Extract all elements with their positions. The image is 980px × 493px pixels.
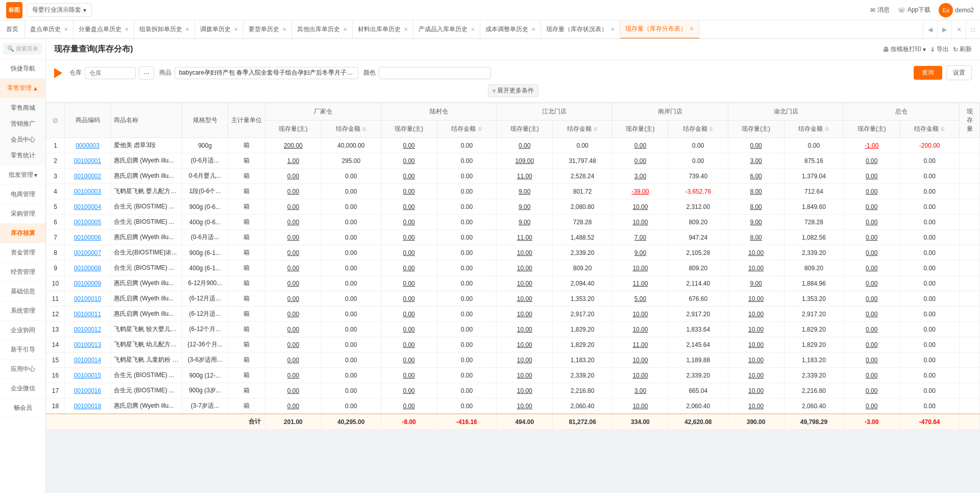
table-row: 18 00100018 惠氏启腾 (Wyeth illu... (3-7岁适..… [46, 398, 980, 414]
tab-disk-single[interactable]: 盘点单历史 ✕ [25, 20, 74, 39]
tab-close-icon[interactable]: ✕ [125, 27, 129, 32]
cell-unit: 箱 [228, 398, 265, 414]
tab-close-icon[interactable]: ✕ [185, 27, 189, 32]
expand-toggle-btn[interactable]: ▿ 展开更多条件 [488, 84, 538, 97]
sidebar-item-system[interactable]: 系统管理 [0, 301, 45, 321]
refresh-btn[interactable]: ↻ 刷新 [953, 45, 972, 54]
summary-yb-qty: 390.00 [728, 414, 784, 430]
cell-na-amt: 809.20 [668, 215, 728, 230]
tab-disk-multi[interactable]: 分量盘点单历史 ✕ [74, 20, 134, 39]
tab-material-out[interactable]: 材料出库单历史 ✕ [353, 20, 413, 39]
sidebar-item-purchase[interactable]: 采购管理 [0, 204, 45, 224]
sidebar-search[interactable]: 🔍 搜索英单 [0, 39, 45, 59]
sidebar-item-retail[interactable]: 零售管理 ▲ [0, 79, 45, 98]
sidebar-item-corp[interactable]: 企业协同 [0, 321, 45, 340]
search-input-box[interactable]: 🔍 搜索英单 [3, 43, 42, 55]
cell-na-amt: 2,060.40 [668, 398, 728, 414]
tab-purchase[interactable]: 要货单历史 ✕ [243, 20, 292, 39]
cell-zc-qty: -1.00 [844, 138, 900, 153]
warehouse-select-btn[interactable]: ··· [139, 66, 154, 80]
cell-na-amt: 739.40 [668, 169, 728, 184]
cell-extra [960, 383, 980, 398]
sidebar-sub-item-shopping[interactable]: 零售商城 [0, 100, 45, 116]
tab-more-btn[interactable]: □ [966, 20, 980, 39]
collapse-btn[interactable] [54, 68, 62, 78]
cell-unit: 箱 [228, 138, 265, 153]
tab-close-icon[interactable]: ✕ [343, 27, 347, 32]
cell-zc-amt: 0.00 [900, 322, 960, 337]
cell-lc-amt: 0.00 [437, 322, 497, 337]
cell-spec: (0-6月适... [182, 230, 228, 245]
tab-close-icon[interactable]: ✕ [471, 27, 475, 32]
tab-next-btn[interactable]: ▶ [937, 20, 951, 39]
tab-close-icon[interactable]: ✕ [282, 27, 286, 32]
query-btn[interactable]: 查询 [914, 66, 942, 80]
warehouse-input[interactable] [85, 67, 136, 79]
cell-jb-qty: 10.00 [497, 383, 553, 398]
tab-close-icon[interactable]: ✕ [234, 27, 238, 32]
sidebar-item-apps[interactable]: 应用中心 [0, 360, 45, 379]
page-title-row: 现存量查询(库存分布) 🖶 按模板打印 ▾ ⇓ 导出 ↻ 刷新 [54, 44, 972, 55]
filter-goods: 商品 [159, 67, 358, 79]
th-settings: ⚙ [46, 103, 65, 138]
sidebar-item-quicknav[interactable]: 快捷导航 [0, 59, 45, 79]
tab-close-icon[interactable]: ✕ [690, 26, 694, 32]
tab-cost-adjust[interactable]: 成本调整单历史 ✕ [480, 20, 541, 39]
goods-input[interactable] [175, 67, 358, 79]
nav-selector[interactable]: 母婴行业演示陈套 ▾ [27, 3, 92, 17]
cell-spec: 0-6月婴儿... [182, 169, 228, 184]
sidebar-sub-item-marketing[interactable]: 营销推广 [0, 116, 45, 132]
tab-close-icon[interactable]: ✕ [404, 27, 408, 32]
tab-other-out[interactable]: 其他出库单历史 ✕ [292, 20, 353, 39]
cell-lc-qty: 0.00 [381, 245, 437, 261]
export-btn[interactable]: ⇓ 导出 [930, 45, 949, 54]
table-row: 12 00100011 惠氏启腾 (Wyeth illu... (6-12月适.… [46, 307, 980, 322]
cell-spec: 900g (0-6... [182, 199, 228, 215]
color-input[interactable] [379, 67, 491, 79]
tab-stock-dist[interactable]: 现存量（库存分布表） ✕ [620, 20, 699, 39]
settings-btn[interactable]: 设置 [946, 65, 972, 80]
table-row: 17 00100016 合生元 (BIOSTIME) ... 900g (3岁.… [46, 383, 980, 398]
sidebar-sub-item-member[interactable]: 会员中心 [0, 132, 45, 148]
tab-prev-btn[interactable]: ◀ [923, 20, 937, 39]
th-lc-qty: 现存量(主) [381, 121, 437, 138]
tab-close-icon[interactable]: ✕ [531, 27, 535, 32]
message-btn[interactable]: ✉ 消息 [870, 6, 890, 14]
sidebar-item-finance[interactable]: 资金管理 [0, 243, 45, 263]
th-name: 商品名称 [111, 103, 182, 138]
cell-jb-amt: 2,528.24 [553, 169, 612, 184]
sidebar-item-wework[interactable]: 企业微信 [0, 379, 45, 398]
tab-close-all-btn[interactable]: ✕ [951, 20, 966, 39]
sidebar-item-ecom[interactable]: 电商管理 [0, 185, 45, 204]
search-icon: 🔍 [7, 45, 14, 52]
sidebar-item-wholesale[interactable]: 批发管理 ▾ [0, 166, 45, 185]
tab-home[interactable]: 首页 [0, 20, 25, 39]
tab-label: 盘点单历史 [30, 25, 61, 34]
summary-zc-amt: -470.64 [900, 414, 960, 430]
message-icon: ✉ [870, 7, 875, 14]
cell-cjc-amt: 0.00 [321, 322, 381, 337]
sidebar-item-base[interactable]: 基础信息 [0, 282, 45, 301]
th-group-nanan: 南岸门店 [612, 103, 728, 121]
cell-spec: 900g [182, 138, 228, 153]
sidebar-item-guide[interactable]: 新手引导 [0, 340, 45, 360]
cell-lc-qty: 0.00 [381, 153, 437, 169]
cell-cjc-qty: 0.00 [265, 169, 322, 184]
app-download-btn[interactable]: ☏ App下载 [898, 6, 930, 14]
logo-area: 标图 [6, 2, 22, 18]
tab-assembly[interactable]: 组装拆卸单历史 ✕ [134, 20, 195, 39]
settings-icon[interactable]: ⚙ [52, 116, 59, 125]
tab-stock-status[interactable]: 现存量（库存状况表） ✕ [541, 20, 620, 39]
print-btn[interactable]: 🖶 按模板打印 ▾ [883, 45, 926, 54]
tab-product-in[interactable]: 产成品入库单历史 ✕ [413, 20, 480, 39]
sidebar-item-ops[interactable]: 经营管理 [0, 263, 45, 282]
tab-close-icon[interactable]: ✕ [610, 27, 615, 32]
cell-code: 00100012 [65, 322, 111, 337]
tab-transfer[interactable]: 调拨单历史 ✕ [195, 20, 243, 39]
sidebar-item-inventory[interactable]: 库存核算 [0, 224, 45, 243]
tab-close-icon[interactable]: ✕ [64, 27, 68, 32]
cell-cjc-qty: 0.00 [265, 245, 322, 261]
sidebar-item-member2[interactable]: 畅会员 [0, 398, 45, 418]
sidebar-sub-item-stats[interactable]: 零售统计 [0, 148, 45, 163]
user-area[interactable]: Ea demo2 [939, 3, 974, 17]
